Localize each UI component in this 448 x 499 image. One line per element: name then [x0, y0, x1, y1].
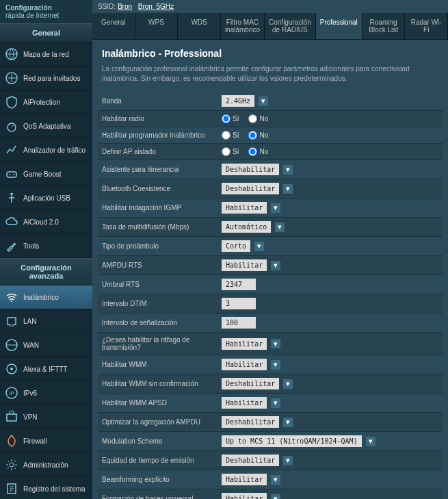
ssid-bar: SSID: Bron Bron_5GHz — [92, 0, 448, 13]
setting-row: Habilitar indagación IGMPHabilitar▾ — [98, 199, 443, 218]
sidebar-item-syslog[interactable]: Registro del sistema — [0, 477, 92, 499]
dropdown-icon[interactable]: ▾ — [271, 360, 280, 370]
select-value[interactable]: Deshabilitar — [222, 378, 279, 389]
page-desc: La configuración profesional inalámbrica… — [92, 64, 448, 92]
dropdown-icon[interactable]: ▾ — [271, 398, 280, 408]
guest-icon — [4, 71, 19, 86]
dropdown-icon[interactable]: ▾ — [283, 456, 293, 465]
ssid-link-1[interactable]: Bron — [118, 3, 132, 10]
select-value[interactable]: Habilitar — [222, 359, 267, 370]
setting-row: Tipo de preámbuloCorto▾ — [98, 237, 443, 256]
select-value[interactable]: Deshabilitar — [222, 164, 279, 175]
sidebar-item-firewall[interactable]: Firewall — [0, 429, 92, 453]
setting-label: Modulation Scheme — [102, 437, 222, 445]
setting-label: Tasa de multidifusión (Mbps) — [102, 223, 222, 231]
sidebar-item-analyzer[interactable]: Analizador de tráfico — [0, 138, 92, 162]
sidebar-item-alexa[interactable]: Alexa & IFTTT — [0, 357, 92, 381]
tab-general[interactable]: General — [92, 13, 135, 39]
sidebar-item-lan[interactable]: LAN — [0, 309, 92, 333]
radio-si[interactable]: Sí — [222, 114, 239, 123]
setting-label: Bluetooth Coexistence — [102, 185, 222, 192]
select-value[interactable]: Deshabilitar — [222, 416, 279, 428]
map-icon — [4, 47, 19, 62]
setting-row: Equidad de tiempo de emisiónDeshabilitar… — [98, 451, 443, 470]
dropdown-icon[interactable]: ▾ — [259, 97, 268, 106]
select-value[interactable]: Deshabilitar — [222, 455, 279, 466]
radio-no[interactable]: No — [248, 114, 268, 123]
select-value[interactable]: Habilitar — [222, 338, 267, 350]
select-value[interactable]: Corto — [222, 240, 250, 252]
setting-label: Habilitar WMM APSD — [102, 399, 222, 407]
sidebar-item-vpn[interactable]: VPN — [0, 405, 92, 429]
select-value[interactable]: Habilitar — [222, 259, 267, 271]
sidebar-item-label: Administración — [23, 461, 68, 469]
setting-row: Bluetooth CoexistenceDeshabilitar▾ — [98, 179, 443, 199]
sidebar-item-aicloud[interactable]: AiCloud 2.0 — [0, 210, 92, 234]
svg-rect-3 — [7, 172, 16, 177]
dropdown-icon[interactable]: ▾ — [366, 437, 375, 446]
tab-filtro-mac-inalámbrico[interactable]: Filtro MAC inalámbrico — [221, 13, 265, 39]
text-input[interactable] — [222, 317, 256, 329]
sidebar-item-tools[interactable]: Tools — [0, 234, 92, 258]
setting-row: Habilitar radioSíNo — [98, 111, 443, 127]
sidebar-item-label: WAN — [23, 342, 39, 349]
select-value[interactable]: Automático — [222, 221, 271, 233]
tab-roaming-block-list[interactable]: Roaming Block List — [363, 13, 406, 39]
dropdown-icon[interactable]: ▾ — [275, 222, 285, 232]
sidebar-item-usb[interactable]: Aplicación USB — [0, 186, 92, 210]
setting-label: Definir AP aislado — [102, 148, 222, 155]
setting-row: Tasa de multidifusión (Mbps)Automático▾ — [98, 218, 443, 237]
svg-point-5 — [13, 174, 14, 175]
sidebar-item-wireless[interactable]: Inalámbrico — [0, 285, 92, 309]
tab-wps[interactable]: WPS — [135, 13, 179, 39]
radio-no[interactable]: No — [248, 147, 268, 156]
tab-wds[interactable]: WDS — [178, 13, 221, 39]
tab-professional[interactable]: Professional — [316, 13, 363, 39]
dropdown-icon[interactable]: ▾ — [271, 261, 280, 270]
svg-rect-13 — [7, 414, 16, 421]
sidebar-item-label: Game Boost — [23, 170, 62, 178]
dropdown-icon[interactable]: ▾ — [283, 165, 293, 175]
sidebar-item-map[interactable]: Mapa de la red — [0, 42, 92, 66]
sidebar-item-ipv6[interactable]: IPIPv6 — [0, 381, 92, 405]
sidebar-item-wan[interactable]: WAN — [0, 333, 92, 357]
select-value[interactable]: Habilitar — [222, 493, 267, 499]
dropdown-icon[interactable]: ▾ — [283, 184, 293, 194]
text-input[interactable] — [222, 298, 256, 309]
ssid-link-2[interactable]: Bron_5GHz — [138, 3, 174, 10]
setting-row: Formación de haces universalHabilitar▾ — [98, 489, 443, 499]
select-value[interactable]: Habilitar — [222, 202, 267, 214]
sidebar-item-label: Analizador de tráfico — [23, 146, 85, 154]
sidebar-item-aiprot[interactable]: AiProtection — [0, 90, 92, 114]
sidebar-item-guest[interactable]: Red para invitados — [0, 66, 92, 90]
quick-config[interactable]: Configuraciónrápida de Internet — [0, 0, 92, 23]
dropdown-icon[interactable]: ▾ — [283, 418, 293, 427]
settings-form: Banda2.4GHz▾Habilitar radioSíNoHabilitar… — [92, 92, 448, 499]
radio-si[interactable]: Sí — [222, 131, 239, 140]
qos-icon — [4, 118, 19, 133]
tab-configuración-de-radius[interactable]: Configuración de RADIUS — [265, 13, 316, 39]
dropdown-icon[interactable]: ▾ — [271, 203, 280, 213]
select-value[interactable]: Habilitar — [222, 474, 267, 485]
dropdown-icon[interactable]: ▾ — [271, 475, 280, 485]
sidebar-item-gameboost[interactable]: Game Boost — [0, 162, 92, 186]
text-input[interactable] — [222, 279, 256, 290]
sidebar-item-label: Aplicación USB — [23, 194, 70, 202]
dropdown-icon[interactable]: ▾ — [254, 242, 264, 251]
section-advanced: Configuración avanzada — [0, 258, 92, 285]
tab-radar-wi-fi[interactable]: Radar Wi-Fi — [405, 13, 448, 39]
dropdown-icon[interactable]: ▾ — [271, 339, 280, 348]
svg-rect-7 — [8, 318, 16, 324]
setting-row: Optimizar la agregación AMPDUDeshabilita… — [98, 413, 443, 432]
select-value[interactable]: Deshabilitar — [222, 183, 279, 194]
select-value[interactable]: Up to MCS 11 (NitroQAM/1024-QAM) — [222, 435, 362, 447]
radio-si[interactable]: Sí — [222, 147, 239, 156]
sidebar-item-qos[interactable]: QoS Adaptativa — [0, 114, 92, 138]
dropdown-icon[interactable]: ▾ — [283, 379, 293, 389]
dropdown-icon[interactable]: ▾ — [271, 494, 280, 500]
analyzer-icon — [4, 142, 19, 157]
sidebar-item-admin[interactable]: Administración — [0, 453, 92, 477]
radio-no[interactable]: No — [248, 131, 268, 140]
select-value[interactable]: Habilitar — [222, 397, 267, 409]
select-value[interactable]: 2.4GHz — [222, 95, 254, 107]
